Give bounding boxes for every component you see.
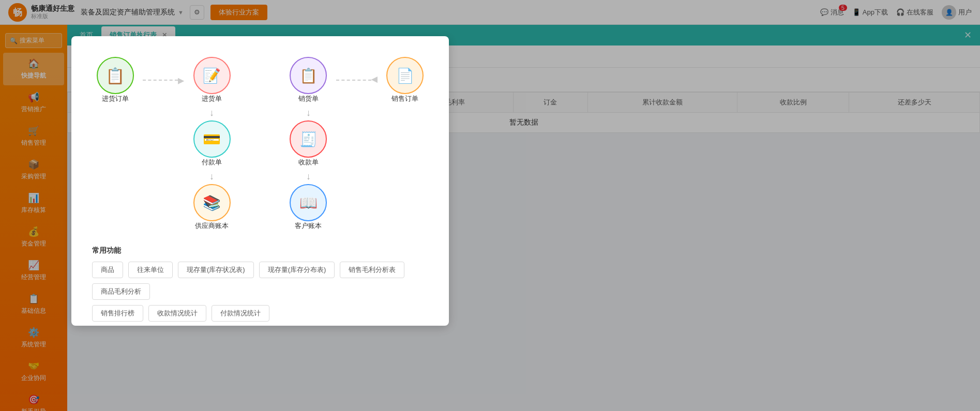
flow-chart-area: 📋 进货订单 ▶ 📝 进货单 — [92, 52, 428, 241]
sp5 — [386, 171, 424, 182]
arrow-row-down-1: ↓ ↓ — [92, 108, 428, 118]
btn-counterpart[interactable]: 往来单位 — [128, 262, 173, 278]
customer-ledger-circle[interactable]: 📖 — [290, 184, 327, 221]
purchase-bill-circle[interactable]: 📝 — [193, 57, 231, 94]
flow-row-3: 📚 供应商账本 📖 客户账本 — [92, 184, 428, 231]
common-functions-section: 常用功能 商品 往来单位 现存量(库存状况表) 现存量(库存分布表) 销售毛利分… — [92, 246, 428, 322]
btn-sales-ranking[interactable]: 销售排行榜 — [92, 305, 143, 322]
arrow-down-purchase-bill: ↓ — [193, 108, 231, 118]
common-btns-row-1: 商品 往来单位 现存量(库存状况表) 现存量(库存分布表) 销售毛利分析表 商品… — [92, 262, 428, 300]
payment-label: 付款单 — [202, 158, 222, 167]
sp4 — [336, 171, 378, 182]
sales-bill-circle[interactable]: 📋 — [290, 57, 327, 94]
modal-overlay[interactable]: 📋 进货订单 ▶ 📝 进货单 — [0, 0, 980, 411]
arrow-purchase-to-bill: ▶ — [143, 75, 184, 85]
purchase-order-circle[interactable]: 📋 — [97, 57, 134, 94]
customer-ledger-label: 客户账本 — [295, 221, 322, 231]
arrow-row-down-2: ↓ ↓ — [92, 171, 428, 182]
arrow-down-receipt: ↓ — [290, 171, 327, 182]
sales-order-label: 销售订单 — [391, 94, 418, 103]
sp3 — [239, 171, 281, 182]
modal-content: 📋 进货订单 ▶ 📝 进货单 — [71, 36, 449, 326]
supplier-ledger-circle[interactable]: 📚 — [193, 184, 231, 221]
receipt-label: 收款单 — [298, 158, 319, 167]
sales-bill-label: 销货单 — [298, 94, 319, 103]
common-section-title: 常用功能 — [92, 246, 428, 255]
flow-node-sales-bill: 📋 销货单 — [290, 57, 327, 103]
btn-product-margin[interactable]: 商品毛利分析 — [92, 283, 150, 300]
arrow-down-sales-bill: ↓ — [290, 108, 327, 118]
flow-node-purchase-order: 📋 进货订单 — [97, 57, 134, 103]
btn-payment-stats[interactable]: 付款情况统计 — [212, 305, 269, 322]
common-btns-row-2: 销售排行榜 收款情况统计 付款情况统计 — [92, 305, 428, 322]
sp1 — [97, 171, 134, 182]
flow-node-receipt: 🧾 收款单 — [290, 120, 327, 167]
flow-row-2: 💳 付款单 🧾 收款单 — [92, 120, 428, 167]
btn-sales-margin-table[interactable]: 销售毛利分析表 — [340, 262, 404, 278]
flow-node-supplier-ledger: 📚 供应商账本 — [193, 184, 231, 231]
sp2 — [143, 171, 184, 182]
btn-product[interactable]: 商品 — [92, 262, 123, 278]
spacer-3 — [239, 108, 281, 118]
purchase-bill-label: 进货单 — [202, 94, 222, 103]
supplier-ledger-label: 供应商账本 — [195, 221, 229, 231]
receipt-circle[interactable]: 🧾 — [290, 120, 327, 158]
payment-circle[interactable]: 💳 — [193, 120, 231, 158]
btn-inventory-dist[interactable]: 现存量(库存分布表) — [259, 262, 335, 278]
flow-row-1: 📋 进货订单 ▶ 📝 进货单 — [92, 57, 428, 103]
btn-receipt-stats[interactable]: 收款情况统计 — [148, 305, 206, 322]
spacer-left — [97, 108, 134, 118]
flow-node-sales-order: 📄 销售订单 — [386, 57, 424, 103]
arrow-down-payment: ↓ — [193, 171, 231, 182]
flow-node-customer-ledger: 📖 客户账本 — [290, 184, 327, 231]
sales-order-circle[interactable]: 📄 — [386, 57, 424, 94]
flow-node-purchase-bill: 📝 进货单 — [193, 57, 231, 103]
arrow-sales-order-to-bill: ▶ — [336, 75, 378, 85]
spacer-right — [386, 108, 424, 118]
modal-box: 📋 进货订单 ▶ 📝 进货单 — [71, 36, 449, 326]
flow-node-payment: 💳 付款单 — [193, 120, 231, 167]
purchase-order-label: 进货订单 — [102, 94, 129, 103]
spacer-4 — [336, 108, 378, 118]
btn-inventory-status[interactable]: 现存量(库存状况表) — [178, 262, 254, 278]
spacer-2 — [143, 108, 184, 118]
